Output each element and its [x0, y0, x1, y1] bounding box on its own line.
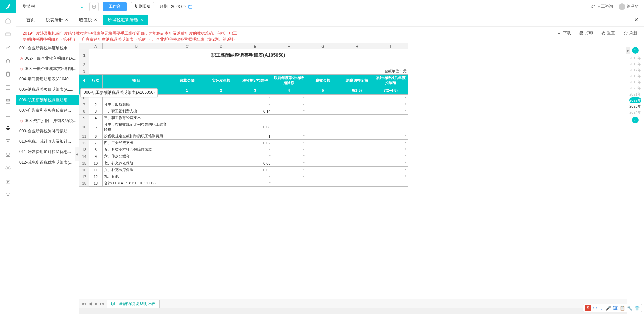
calendar-icon	[188, 4, 193, 9]
tax-type-label: 增值税	[23, 4, 35, 9]
chevron-down-icon: ⌄	[80, 4, 84, 9]
feather-icon	[4, 3, 12, 10]
switch-old-button[interactable]: 切到旧版	[131, 2, 154, 11]
workbench-button[interactable]: 工作台	[103, 2, 127, 11]
consult-button[interactable]: 人工咨询	[591, 4, 613, 9]
svg-rect-3	[189, 5, 192, 8]
headset-icon	[591, 4, 596, 9]
avatar-icon	[619, 3, 625, 10]
user-menu[interactable]: 徐泽华	[619, 3, 639, 10]
doc-icon-button[interactable]	[89, 2, 99, 11]
header-right: 人工咨询 徐泽华	[591, 3, 644, 10]
document-icon	[92, 4, 96, 9]
header: 增值税 ⌄ 工作台 切到旧版 账期 2023-09 人工咨询 徐泽华	[0, 0, 644, 13]
period-label: 账期	[160, 4, 168, 9]
tax-type-dropdown[interactable]: 增值税 ⌄	[21, 2, 85, 11]
logo[interactable]	[0, 0, 16, 13]
period-picker[interactable]: 2023-09	[171, 4, 193, 9]
